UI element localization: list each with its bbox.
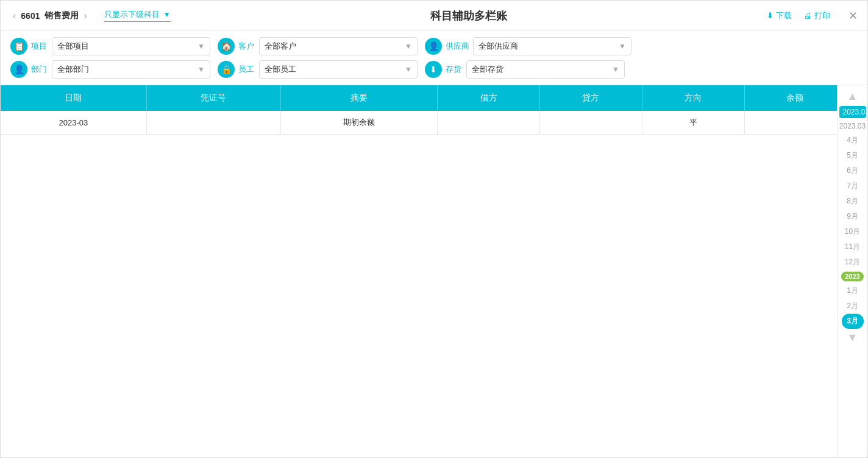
timeline-month-2[interactable]: 2月 [838,298,867,314]
timeline-month-12[interactable]: 12月 [838,255,867,270]
supplier-icon: 👤 [425,38,442,55]
cell-balance [744,111,845,135]
download-icon: ⬇ [767,11,774,20]
filter-row-1: 📋 项目 全部项目 ▼ 🏠 客户 全部客户 ▼ 👤 供应商 [10,37,858,55]
timeline-month-6[interactable]: 6月 [838,163,867,178]
customer-value: 全部客户 [265,41,296,52]
download-button[interactable]: ⬇ 下载 [767,10,792,21]
cell-summary: 期初余额 [280,111,437,135]
col-voucher: 凭证号 [146,85,280,111]
project-icon: 📋 [10,38,27,55]
customer-label: 客户 [238,41,255,52]
timeline-month-9[interactable]: 9月 [838,209,867,224]
table-container: 日期 凭证号 摘要 借方 贷方 方向 余额 2023-03 期初余额 [1,85,845,458]
timeline-period-2[interactable]: 2023.03 [838,119,867,133]
col-summary: 摘要 [280,85,437,111]
dept-select[interactable]: 全部部门 ▼ [52,60,210,79]
timeline-period-1[interactable]: 2023.03 [839,106,866,118]
project-value: 全部项目 [57,41,89,52]
filter-item-inventory: ⬇ 存货 全部存货 ▼ [425,60,625,79]
filter-row-2: 👤 部门 全部部门 ▼ 🔒 员工 全部员工 ▼ ⬇ 存货 [10,60,858,79]
col-balance: 余额 [744,85,845,111]
timeline-up-button[interactable]: ▲ [844,88,861,105]
timeline-year-badge[interactable]: 2023 [841,272,863,281]
timeline-month-7[interactable]: 7月 [838,178,867,194]
customer-select[interactable]: 全部客户 ▼ [259,37,418,55]
dept-label: 部门 [31,64,48,75]
filter-item-supplier: 👤 供应商 全部供应商 ▼ [425,37,631,55]
download-label: 下载 [776,10,792,21]
filter-area: 📋 项目 全部项目 ▼ 🏠 客户 全部客户 ▼ 👤 供应商 [1,31,867,85]
inventory-icon: ⬇ [425,61,442,78]
timeline-month-3-active[interactable]: 3月 [842,314,864,329]
filter-item-customer: 🏠 客户 全部客户 ▼ [218,37,418,55]
supplier-select[interactable]: 全部供应商 ▼ [473,37,631,55]
nav-prev-arrow[interactable]: ‹ [10,10,18,21]
account-name: 销售费用 [44,10,79,21]
dept-icon: 👤 [10,61,27,78]
side-timeline: ▲ 2023.03 2023.03 4月 5月 6月 7月 8月 9月 10月 … [837,85,867,458]
col-credit: 贷方 [539,85,642,111]
main-content: 日期 凭证号 摘要 借方 贷方 方向 余额 2023-03 期初余额 [1,85,867,458]
cell-direction: 平 [642,111,744,135]
cell-credit [539,111,642,135]
print-label: 打印 [814,10,830,21]
close-button[interactable]: ✕ [848,9,858,23]
project-select[interactable]: 全部项目 ▼ [52,37,210,55]
nav-next-arrow[interactable]: › [81,10,89,21]
table-row: 2023-03 期初余额 平 [1,111,845,135]
print-icon: 🖨 [804,11,812,20]
only-sub-label: 只显示下级科目 [104,9,160,20]
supplier-value: 全部供应商 [478,41,518,52]
filter-item-employee: 🔒 员工 全部员工 ▼ [218,60,418,79]
top-bar: ‹ 6601 销售费用 › 只显示下级科目 ▼ 科目辅助多栏账 ⬇ 下载 🖨 打… [1,1,867,31]
inventory-dropdown-icon: ▼ [612,65,619,74]
filter-item-project: 📋 项目 全部项目 ▼ [10,37,210,55]
timeline-month-4[interactable]: 4月 [838,133,867,148]
inventory-select[interactable]: 全部存货 ▼ [466,60,625,79]
inventory-label: 存货 [446,64,463,75]
cell-date: 2023-03 [1,111,146,135]
customer-icon: 🏠 [218,38,235,55]
inventory-value: 全部存货 [472,64,503,75]
employee-dropdown-icon: ▼ [405,65,412,74]
employee-icon: 🔒 [218,61,235,78]
supplier-dropdown-icon: ▼ [619,42,626,51]
col-date: 日期 [1,85,146,111]
timeline-down-button[interactable]: ▼ [844,329,861,346]
timeline-month-1[interactable]: 1月 [838,283,867,298]
col-direction: 方向 [642,85,744,111]
employee-label: 员工 [238,64,255,75]
filter-item-dept: 👤 部门 全部部门 ▼ [10,60,210,79]
cell-voucher [146,111,280,135]
project-dropdown-icon: ▼ [197,42,205,51]
toolbar-right: ⬇ 下载 🖨 打印 ✕ [767,9,858,23]
cell-debit [438,111,540,135]
dept-dropdown-icon: ▼ [197,65,205,74]
only-sub-arrow-icon: ▼ [163,10,171,19]
main-window: ‹ 6601 销售费用 › 只显示下级科目 ▼ 科目辅助多栏账 ⬇ 下载 🖨 打… [0,0,868,458]
timeline-month-5[interactable]: 5月 [838,148,867,163]
page-title: 科目辅助多栏账 [171,9,767,23]
timeline-month-11[interactable]: 11月 [838,239,867,255]
employee-value: 全部员工 [265,64,296,75]
employee-select[interactable]: 全部员工 ▼ [259,60,418,79]
account-code: 6601 [21,11,40,21]
supplier-label: 供应商 [446,41,469,52]
dept-value: 全部部门 [57,64,89,75]
table-header-row: 日期 凭证号 摘要 借方 贷方 方向 余额 [1,85,845,111]
project-label: 项目 [31,41,48,52]
customer-dropdown-icon: ▼ [405,42,412,51]
timeline-month-10[interactable]: 10月 [838,224,867,239]
only-sub-toggle[interactable]: 只显示下级科目 ▼ [104,9,171,22]
print-button[interactable]: 🖨 打印 [804,10,830,21]
timeline-month-8[interactable]: 8月 [838,194,867,209]
col-debit: 借方 [438,85,540,111]
data-table: 日期 凭证号 摘要 借方 贷方 方向 余额 2023-03 期初余额 [1,85,845,135]
